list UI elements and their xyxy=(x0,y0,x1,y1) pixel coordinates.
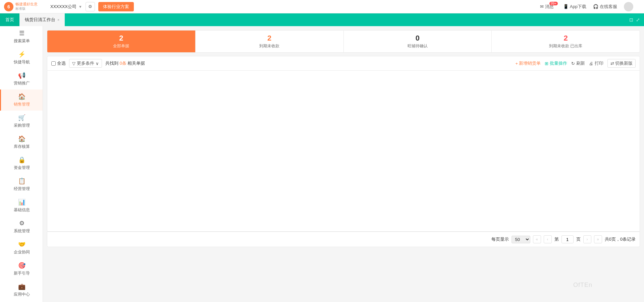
batch-operation-button[interactable]: ⊞ 批量操作 xyxy=(545,60,567,66)
avatar[interactable] xyxy=(624,2,633,11)
home-tab-label: 首页 xyxy=(5,17,14,23)
page-label: 第 xyxy=(554,236,559,242)
stat-tab-all[interactable]: 2 全部单据 xyxy=(47,31,196,52)
toolbar-right: + 新增销货单 ⊞ 批量操作 ↻ 刷新 🖨 打印 ⇄ 切换新版 xyxy=(515,59,636,68)
page-next-button[interactable]: › xyxy=(583,235,591,243)
filter-button[interactable]: ▽ 更多条件 ∨ xyxy=(69,59,102,68)
stat-all-label: 全部单据 xyxy=(113,43,129,49)
select-all-input[interactable] xyxy=(51,61,56,66)
page-number-input[interactable] xyxy=(561,235,574,243)
trial-button[interactable]: 体验行业方案 xyxy=(98,2,134,11)
page-first-icon: « xyxy=(536,237,538,242)
sidebar-item-wechat[interactable]: 💬 企业微信 xyxy=(0,301,43,302)
stat-tab-wangwang[interactable]: 0 旺辅待确认 xyxy=(344,31,492,52)
result-text: 共找到 0条 相关单据 xyxy=(105,60,145,66)
nav-tabs: 首页 钱货日清工作台 × ⊡ ⤢ xyxy=(0,13,644,26)
select-all-label: 全选 xyxy=(57,60,66,66)
operations-icon: 📋 xyxy=(18,177,25,185)
sidebar-item-system[interactable]: ⚙ 系统管理 xyxy=(0,216,43,237)
sidebar-item-cooperation[interactable]: 🤝 企业协同 xyxy=(0,237,43,258)
toolbar-left: 全选 ▽ 更多条件 ∨ 共找到 0条 相关单据 xyxy=(51,59,145,68)
search-menu-icon: ☰ xyxy=(18,29,25,37)
stat-wangwang-label: 旺辅待确认 xyxy=(408,43,428,49)
page-next-icon: › xyxy=(587,237,588,242)
print-button[interactable]: 🖨 打印 xyxy=(589,60,603,66)
company-name: XXXXXX公司 xyxy=(50,4,76,10)
stat-overdue-out-number: 2 xyxy=(564,34,568,43)
sidebar-item-quick-nav[interactable]: ⚡ 快捷导航 xyxy=(0,47,43,68)
sidebar-item-finance[interactable]: 🔒 资金管理 xyxy=(0,153,43,174)
main-layout: ☰ 搜索菜单 ⚡ 快捷导航 📢 营销推广 🏠 销售管理 🛒 采购管理 🏠 库存核… xyxy=(0,26,644,302)
basic-info-icon: 📊 xyxy=(18,198,25,206)
tab-cashflow-workbench[interactable]: 钱货日清工作台 × xyxy=(19,13,65,26)
tab-expand-icon[interactable]: ⤢ xyxy=(636,17,640,22)
page-end-label: 页 xyxy=(576,236,581,242)
marketing-icon: 📢 xyxy=(18,72,25,79)
result-count: 0条 xyxy=(120,61,126,66)
system-icon: ⚙ xyxy=(18,220,25,227)
cooperation-icon: 🤝 xyxy=(18,241,25,248)
add-sale-order-button[interactable]: + 新增销货单 xyxy=(515,60,541,66)
sidebar-item-inventory[interactable]: 🏠 库存核算 xyxy=(0,132,43,153)
select-all-checkbox[interactable]: 全选 xyxy=(51,60,66,66)
stat-tab-underline xyxy=(47,52,195,52)
sidebar-search-label: 搜索菜单 xyxy=(14,38,30,44)
guide-icon: 🎯 xyxy=(18,262,25,269)
sidebar-item-search-menu[interactable]: ☰ 搜索菜单 xyxy=(0,26,43,47)
stat-all-number: 2 xyxy=(119,34,123,43)
online-service-label: 在线客服 xyxy=(600,4,617,10)
message-button[interactable]: ✉ 消息 99+ xyxy=(540,4,554,10)
app-download-button[interactable]: 📱 App下载 xyxy=(563,4,586,10)
service-icon: 🎧 xyxy=(593,4,598,9)
gear-icon: ⚙ xyxy=(88,4,92,9)
stat-tab-overdue[interactable]: 2 到期未收款 xyxy=(196,31,344,52)
add-label: 新增销货单 xyxy=(519,60,541,66)
active-tab-label: 钱货日清工作台 xyxy=(25,17,55,23)
stat-overdue-out-label: 到期未收款 已出库 xyxy=(549,43,582,49)
company-selector[interactable]: XXXXXX公司 ▼ xyxy=(50,4,82,10)
filter-icon: ▽ xyxy=(72,61,75,66)
company-dropdown-arrow: ▼ xyxy=(78,5,82,9)
stat-tab-overdue-out[interactable]: 2 到期未收款 已出库 xyxy=(492,31,640,52)
refresh-button[interactable]: ↻ 刷新 xyxy=(571,60,585,66)
sales-icon: 🏠 xyxy=(18,93,25,100)
sidebar-item-marketing[interactable]: 📢 营销推广 xyxy=(0,68,43,89)
sidebar-app-center-label: 应用中心 xyxy=(14,292,30,297)
switch-new-version-button[interactable]: ⇄ 切换新版 xyxy=(607,59,636,68)
finance-icon: 🔒 xyxy=(18,156,25,164)
sidebar-item-app-center[interactable]: 💼 应用中心 xyxy=(0,280,43,301)
page-prev-button[interactable]: ‹ xyxy=(544,235,552,243)
sidebar-item-sales[interactable]: 🏠 销售管理 xyxy=(0,89,43,111)
sidebar-inventory-label: 库存核算 xyxy=(14,144,30,149)
sidebar-cooperation-label: 企业协同 xyxy=(14,249,30,255)
page-first-button[interactable]: « xyxy=(533,235,541,243)
sidebar-item-basic-info[interactable]: 📊 基础信息 xyxy=(0,195,43,216)
close-tab-icon[interactable]: × xyxy=(57,18,59,22)
sidebar: ☰ 搜索菜单 ⚡ 快捷导航 📢 营销推广 🏠 销售管理 🛒 采购管理 🏠 库存核… xyxy=(0,26,43,302)
result-prefix: 共找到 xyxy=(105,61,118,66)
mobile-icon: 📱 xyxy=(563,4,569,9)
tab-home[interactable]: 首页 xyxy=(0,13,19,26)
sidebar-item-purchase[interactable]: 🛒 采购管理 xyxy=(0,111,43,132)
page-last-button[interactable]: » xyxy=(594,235,602,243)
refresh-icon: ↻ xyxy=(571,61,575,66)
page-prev-icon: ‹ xyxy=(547,237,548,242)
switch-label: 切换新版 xyxy=(615,60,633,66)
online-service-button[interactable]: 🎧 在线客服 xyxy=(593,4,617,10)
filter-arrow-icon: ∨ xyxy=(96,61,99,66)
table-area xyxy=(47,71,640,232)
sidebar-quick-nav-label: 快捷导航 xyxy=(14,59,30,65)
result-suffix: 相关单据 xyxy=(127,61,145,66)
tab-actions: ⊡ ⤢ xyxy=(629,17,644,22)
tab-restore-icon[interactable]: ⊡ xyxy=(629,17,633,22)
per-page-label: 每页显示 xyxy=(491,236,509,242)
app-center-icon: 💼 xyxy=(18,283,25,290)
sidebar-operations-label: 经营管理 xyxy=(14,186,30,192)
sidebar-item-operations[interactable]: 📋 经营管理 xyxy=(0,174,43,195)
logo-icon: 6 xyxy=(4,2,13,11)
settings-button[interactable]: ⚙ xyxy=(86,2,95,11)
app-download-label: App下载 xyxy=(570,4,586,10)
purchase-icon: 🛒 xyxy=(18,114,25,121)
sidebar-item-guide[interactable]: 🎯 新手引导 xyxy=(0,258,43,280)
per-page-select[interactable]: 50 100 xyxy=(512,236,530,243)
